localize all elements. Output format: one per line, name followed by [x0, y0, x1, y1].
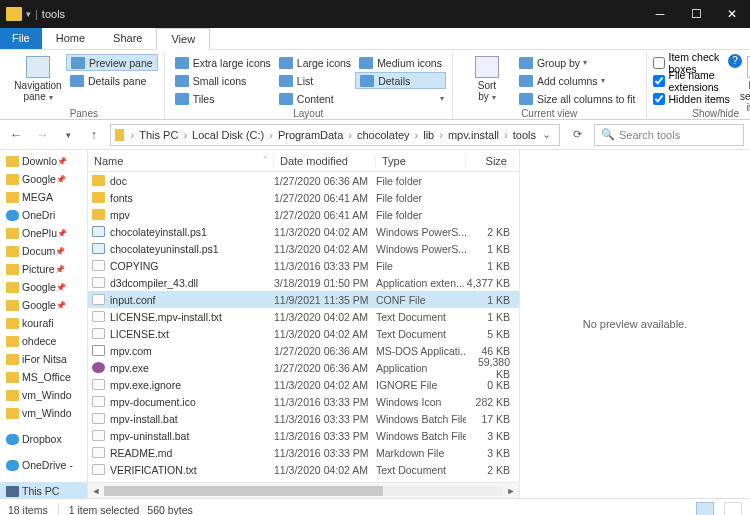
- scroll-right-button[interactable]: ►: [503, 486, 519, 496]
- minimize-button[interactable]: ─: [642, 0, 678, 28]
- crumb[interactable]: Local Disk (C:): [190, 129, 266, 141]
- sort-by-button[interactable]: Sort by ▾: [459, 52, 515, 107]
- address-dropdown-icon[interactable]: ⌄: [538, 128, 555, 141]
- file-row[interactable]: chocolateyinstall.ps111/3/2020 04:02 AMW…: [88, 223, 519, 240]
- tree-item[interactable]: iFor Nitsa: [0, 350, 87, 368]
- horizontal-scrollbar[interactable]: ◄ ►: [88, 482, 519, 498]
- col-name[interactable]: Name ˆ: [88, 155, 274, 167]
- crumb[interactable]: chocolatey: [355, 129, 412, 141]
- col-size[interactable]: Size: [466, 155, 514, 167]
- refresh-button[interactable]: ⟳: [566, 128, 588, 141]
- layout-content[interactable]: Content: [275, 90, 355, 107]
- nav-back-button[interactable]: ←: [6, 127, 26, 142]
- file-row[interactable]: mpv.exe1/27/2020 06:36 AMApplication59,3…: [88, 359, 519, 376]
- tree-item[interactable]: ohdece: [0, 332, 87, 350]
- crumb[interactable]: mpv.install: [446, 129, 501, 141]
- file-row[interactable]: mpv.com1/27/2020 06:36 AMMS-DOS Applicat…: [88, 342, 519, 359]
- file-row[interactable]: fonts1/27/2020 06:41 AMFile folder: [88, 189, 519, 206]
- search-input[interactable]: 🔍 Search tools: [594, 124, 744, 146]
- tree-item[interactable]: Google 📌: [0, 170, 87, 188]
- layout-medium[interactable]: Medium icons: [355, 54, 446, 71]
- tree-item[interactable]: vm_Windo: [0, 404, 87, 422]
- scroll-track[interactable]: [104, 486, 503, 496]
- layout-tiles[interactable]: Tiles: [171, 90, 275, 107]
- file-row[interactable]: input.conf11/9/2021 11:35 PMCONF File1 K…: [88, 291, 519, 308]
- layout-extra-large[interactable]: Extra large icons: [171, 54, 275, 71]
- navigation-pane-button[interactable]: Navigation pane ▾: [10, 52, 66, 107]
- layout-large[interactable]: Large icons: [275, 54, 355, 71]
- size-columns-button[interactable]: Size all columns to fit: [515, 90, 640, 107]
- folder-icon: [6, 246, 19, 257]
- tree-item[interactable]: OnePlu 📌: [0, 224, 87, 242]
- layout-list[interactable]: List: [275, 72, 355, 89]
- crumb[interactable]: lib: [421, 129, 436, 141]
- tree-item[interactable]: This PC: [0, 482, 87, 498]
- file-row[interactable]: README.md11/3/2016 03:33 PMMarkdown File…: [88, 444, 519, 461]
- file-row[interactable]: doc1/27/2020 06:36 AMFile folder: [88, 172, 519, 189]
- tree-item[interactable]: Docum 📌: [0, 242, 87, 260]
- scroll-thumb[interactable]: [104, 486, 383, 496]
- tiles-icon: [175, 93, 189, 105]
- tree-item[interactable]: Google 📌: [0, 296, 87, 314]
- qat-down-icon[interactable]: ▾: [26, 9, 31, 19]
- file-row[interactable]: LICENSE.mpv-install.txt11/3/2020 04:02 A…: [88, 308, 519, 325]
- navigation-tree[interactable]: Downlo 📌Google 📌MEGAOneDriOnePlu 📌Docum …: [0, 150, 88, 498]
- details-pane-button[interactable]: Details pane: [66, 72, 158, 89]
- maximize-button[interactable]: ☐: [678, 0, 714, 28]
- layout-more[interactable]: ▾: [355, 90, 446, 107]
- crumb[interactable]: ProgramData: [276, 129, 345, 141]
- col-type[interactable]: Type: [376, 155, 466, 167]
- file-date: 3/18/2019 01:50 PM: [274, 277, 376, 289]
- hide-selected-button[interactable]: Hide selected items: [739, 52, 750, 107]
- hidden-items-toggle[interactable]: Hidden items: [653, 90, 735, 107]
- file-list[interactable]: doc1/27/2020 06:36 AMFile folderfonts1/2…: [88, 172, 519, 482]
- tab-share[interactable]: Share: [99, 28, 156, 49]
- nav-recent-button[interactable]: ▾: [58, 130, 78, 140]
- nav-forward-button[interactable]: →: [32, 127, 52, 142]
- file-row[interactable]: mpv1/27/2020 06:41 AMFile folder: [88, 206, 519, 223]
- view-thumbnails-button[interactable]: [724, 502, 742, 516]
- file-extensions-toggle[interactable]: File name extensions: [653, 72, 735, 89]
- file-row[interactable]: mpv-install.bat11/3/2016 03:33 PMWindows…: [88, 410, 519, 427]
- layout-details[interactable]: Details: [355, 72, 446, 89]
- tree-item[interactable]: OneDrive -: [0, 456, 87, 474]
- file-date: 11/3/2020 04:02 AM: [274, 243, 376, 255]
- tree-item[interactable]: Downlo 📌: [0, 152, 87, 170]
- file-row[interactable]: LICENSE.txt11/3/2020 04:02 AMText Docume…: [88, 325, 519, 342]
- tree-item[interactable]: MS_Office: [0, 368, 87, 386]
- file-row[interactable]: mpv-uninstall.bat11/3/2016 03:33 PMWindo…: [88, 427, 519, 444]
- tab-home[interactable]: Home: [42, 28, 99, 49]
- add-columns-button[interactable]: Add columns ▾: [515, 72, 640, 89]
- file-row[interactable]: VERIFICATION.txt11/3/2020 04:02 AMText D…: [88, 461, 519, 478]
- file-tab[interactable]: File: [0, 28, 42, 49]
- view-details-button[interactable]: [696, 502, 714, 516]
- cloud-icon: [6, 434, 19, 445]
- tree-item[interactable]: Picture 📌: [0, 260, 87, 278]
- file-row[interactable]: mpv-document.ico11/3/2016 03:33 PMWindow…: [88, 393, 519, 410]
- tree-item[interactable]: Google 📌: [0, 278, 87, 296]
- app-icon: [6, 7, 22, 21]
- file-icon: [92, 294, 105, 305]
- layout-small[interactable]: Small icons: [171, 72, 275, 89]
- tree-item[interactable]: vm_Windo: [0, 386, 87, 404]
- crumb[interactable]: This PC: [137, 129, 180, 141]
- tree-item[interactable]: kourafi: [0, 314, 87, 332]
- file-row[interactable]: COPYING11/3/2016 03:33 PMFile1 KB: [88, 257, 519, 274]
- file-row[interactable]: mpv.exe.ignore11/3/2020 04:02 AMIGNORE F…: [88, 376, 519, 393]
- group-by-button[interactable]: Group by ▾: [515, 54, 640, 71]
- tree-item[interactable]: Dropbox: [0, 430, 87, 448]
- address-bar[interactable]: › This PC› Local Disk (C:)› ProgramData›…: [110, 124, 560, 146]
- file-row[interactable]: d3dcompiler_43.dll3/18/2019 01:50 PMAppl…: [88, 274, 519, 291]
- folder-icon: [6, 156, 19, 167]
- file-row[interactable]: chocolateyuninstall.ps111/3/2020 04:02 A…: [88, 240, 519, 257]
- preview-pane-button[interactable]: Preview pane: [66, 54, 158, 71]
- scroll-left-button[interactable]: ◄: [88, 486, 104, 496]
- tree-item[interactable]: OneDri: [0, 206, 87, 224]
- tab-view[interactable]: View: [156, 28, 210, 50]
- tree-item[interactable]: MEGA: [0, 188, 87, 206]
- col-date[interactable]: Date modified: [274, 155, 376, 167]
- close-button[interactable]: ✕: [714, 0, 750, 28]
- crumb[interactable]: tools: [511, 129, 538, 141]
- file-size: 1 KB: [466, 260, 514, 272]
- nav-up-button[interactable]: ↑: [84, 127, 104, 142]
